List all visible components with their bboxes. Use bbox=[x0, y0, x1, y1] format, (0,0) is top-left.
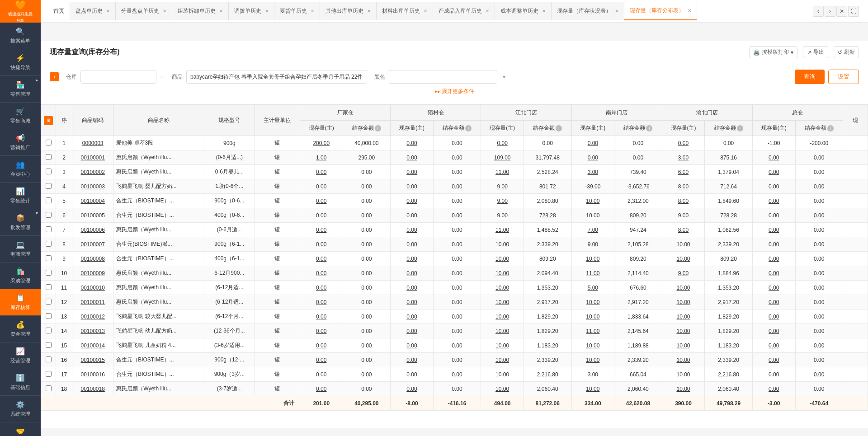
row-w2-stock[interactable]: 0.00 bbox=[391, 208, 434, 223]
tab-close-all-btn[interactable]: ✕ bbox=[836, 6, 847, 17]
sidebar-item-basic[interactable]: ℹ️ 基础信息 bbox=[0, 369, 41, 396]
row-w1-stock[interactable]: 0.00 bbox=[300, 367, 343, 382]
tab-close-icon[interactable]: ✕ bbox=[486, 9, 489, 14]
col-settings-icon[interactable]: ⚙ bbox=[44, 116, 53, 125]
row-total-stock[interactable]: 0.00 bbox=[752, 353, 795, 367]
row-w1-stock[interactable]: 0.00 bbox=[300, 353, 343, 367]
row-w1-stock[interactable]: 1.00 bbox=[300, 150, 343, 165]
w1-info-icon[interactable]: i bbox=[375, 125, 381, 131]
row-w4-stock[interactable]: 10.00 bbox=[571, 338, 614, 353]
checkbox[interactable] bbox=[46, 342, 52, 348]
row-w5-stock[interactable]: 10.00 bbox=[662, 338, 705, 353]
tab-order[interactable]: 要货单历史 ✕ bbox=[274, 2, 320, 20]
row-w3-stock[interactable]: 10.00 bbox=[481, 266, 524, 281]
tab-inventory-count[interactable]: 盘点单历史 ✕ bbox=[70, 2, 116, 20]
row-total-stock[interactable]: 0.00 bbox=[752, 338, 795, 353]
row-total-stock[interactable]: 0.00 bbox=[752, 252, 795, 266]
row-checkbox[interactable] bbox=[41, 281, 56, 295]
row-w4-stock[interactable]: 3.00 bbox=[571, 367, 614, 382]
tab-product-in[interactable]: 产成品入库单历史 ✕ bbox=[433, 2, 495, 20]
row-w4-stock[interactable]: 3.00 bbox=[571, 165, 614, 179]
tab-close-icon[interactable]: ✕ bbox=[615, 9, 618, 14]
tab-next-btn[interactable]: › bbox=[825, 6, 835, 17]
row-w2-stock[interactable]: 0.00 bbox=[391, 338, 434, 353]
checkbox[interactable] bbox=[46, 183, 52, 189]
tab-close-icon[interactable]: ✕ bbox=[311, 9, 314, 14]
row-w5-stock[interactable]: 0.00 bbox=[662, 136, 705, 150]
row-w4-stock[interactable]: 10.00 bbox=[571, 194, 614, 208]
row-checkbox[interactable] bbox=[41, 382, 56, 396]
checkbox[interactable] bbox=[46, 299, 52, 305]
row-checkbox[interactable] bbox=[41, 194, 56, 208]
w4-info-icon[interactable]: i bbox=[646, 125, 652, 131]
sidebar-item-member[interactable]: 👥 会员中心 bbox=[0, 156, 41, 183]
row-w1-stock[interactable]: 0.00 bbox=[300, 309, 343, 324]
row-total-stock[interactable]: 0.00 bbox=[752, 266, 795, 281]
refresh-btn[interactable]: ↺ 刷新 bbox=[834, 46, 859, 58]
tab-home[interactable]: 首页 bbox=[48, 2, 70, 20]
row-w3-stock[interactable]: 10.00 bbox=[481, 324, 524, 338]
sidebar-item-retail-mgmt[interactable]: 🏪 零售管理 ▲ bbox=[0, 76, 41, 103]
row-total-stock[interactable]: 0.00 bbox=[752, 324, 795, 338]
tab-close-icon[interactable]: ✕ bbox=[163, 9, 166, 14]
row-w2-stock[interactable]: 0.00 bbox=[391, 165, 434, 179]
row-w1-stock[interactable]: 0.00 bbox=[300, 338, 343, 353]
row-w3-stock[interactable]: 10.00 bbox=[481, 353, 524, 367]
row-w1-stock[interactable]: 0.00 bbox=[300, 194, 343, 208]
row-checkbox[interactable] bbox=[41, 165, 56, 179]
sidebar-item-marketing[interactable]: 📢 营销推广 bbox=[0, 129, 41, 156]
row-w2-stock[interactable]: 0.00 bbox=[391, 382, 434, 396]
row-w4-stock[interactable]: 10.00 bbox=[571, 353, 614, 367]
row-w4-stock[interactable]: 11.00 bbox=[571, 266, 614, 281]
row-w2-stock[interactable]: 0.00 bbox=[391, 252, 434, 266]
row-w3-stock[interactable]: 9.00 bbox=[481, 208, 524, 223]
row-checkbox[interactable] bbox=[41, 136, 56, 150]
row-checkbox[interactable] bbox=[41, 208, 56, 223]
row-w5-stock[interactable]: 10.00 bbox=[662, 367, 705, 382]
row-w3-stock[interactable]: 10.00 bbox=[481, 382, 524, 396]
row-checkbox[interactable] bbox=[41, 150, 56, 165]
row-total-stock[interactable]: 0.00 bbox=[752, 194, 795, 208]
row-w1-stock[interactable]: 0.00 bbox=[300, 324, 343, 338]
tab-stock-dist[interactable]: 现存量（库存分布表） ✕ bbox=[624, 2, 697, 20]
row-w5-stock[interactable]: 8.00 bbox=[662, 194, 705, 208]
checkbox[interactable] bbox=[46, 169, 52, 174]
row-w4-stock[interactable]: -39.00 bbox=[571, 179, 614, 194]
tab-prev-btn[interactable]: ‹ bbox=[813, 6, 824, 17]
row-w4-stock[interactable]: 10.00 bbox=[571, 208, 614, 223]
row-checkbox[interactable] bbox=[41, 252, 56, 266]
row-w2-stock[interactable]: 0.00 bbox=[391, 194, 434, 208]
color-dropdown-icon[interactable]: ▾ bbox=[503, 74, 505, 80]
checkbox[interactable] bbox=[46, 241, 52, 247]
row-w4-stock[interactable]: 10.00 bbox=[571, 309, 614, 324]
w2-info-icon[interactable]: i bbox=[465, 125, 472, 131]
row-w3-stock[interactable]: 10.00 bbox=[481, 309, 524, 324]
tab-close-icon[interactable]: ✕ bbox=[265, 9, 269, 14]
row-w5-stock[interactable]: 3.00 bbox=[662, 150, 705, 165]
checkbox[interactable] bbox=[46, 154, 52, 160]
row-total-stock[interactable]: 0.00 bbox=[752, 223, 795, 237]
row-w2-stock[interactable]: 0.00 bbox=[391, 237, 434, 252]
sidebar-item-collab[interactable]: 🤝 企业协同 bbox=[0, 422, 41, 436]
sidebar-item-retail-stat[interactable]: 📊 零售统计 bbox=[0, 183, 41, 209]
row-w1-stock[interactable]: 0.00 bbox=[300, 382, 343, 396]
row-w5-stock[interactable]: 10.00 bbox=[662, 281, 705, 295]
row-w1-stock[interactable]: 0.00 bbox=[300, 252, 343, 266]
sidebar-item-search[interactable]: 🔍 搜索英单 bbox=[0, 23, 41, 49]
row-total-stock[interactable]: 0.00 bbox=[752, 382, 795, 396]
row-checkbox[interactable] bbox=[41, 266, 56, 281]
total-info-icon[interactable]: i bbox=[827, 125, 834, 131]
row-checkbox[interactable] bbox=[41, 237, 56, 252]
sidebar-item-system[interactable]: ⚙️ 系统管理 bbox=[0, 396, 41, 422]
row-w5-stock[interactable]: 6.00 bbox=[662, 165, 705, 179]
row-checkbox[interactable] bbox=[41, 179, 56, 194]
row-w4-stock[interactable]: 5.00 bbox=[571, 281, 614, 295]
checkbox[interactable] bbox=[46, 255, 52, 261]
sidebar-item-mall[interactable]: 🛒 零售商城 bbox=[0, 103, 41, 129]
settings-button[interactable]: 设置 bbox=[828, 70, 859, 84]
row-w3-stock[interactable]: 11.00 bbox=[481, 223, 524, 237]
checkbox[interactable] bbox=[46, 385, 52, 391]
filter-expand-icon[interactable]: › bbox=[50, 72, 59, 81]
row-w1-stock[interactable]: 0.00 bbox=[300, 165, 343, 179]
warehouse-input[interactable] bbox=[80, 70, 156, 84]
